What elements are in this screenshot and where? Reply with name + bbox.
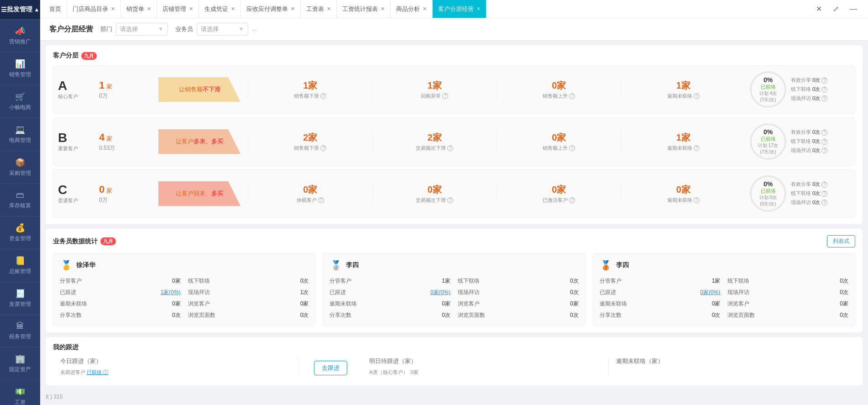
tier-contact-item-2-1: 线下联络 0次 ?	[791, 189, 850, 198]
tab-9[interactable]: 客户分层经营✕	[433, 0, 486, 18]
tier-stat-A-1[interactable]: 1家 回购异常 ?	[372, 79, 497, 100]
tab-close-2[interactable]: ✕	[147, 6, 151, 12]
info-icon-contact-1-1[interactable]: ?	[821, 139, 827, 145]
info-icon-contact-0-2[interactable]: ?	[821, 95, 827, 101]
info-icon-contact-0-0[interactable]: ?	[821, 78, 827, 84]
staff-stat-val-1-2[interactable]: 0家(0%)	[430, 289, 450, 296]
followup-today-link1[interactable]: 已联络 ⓘ	[87, 369, 108, 375]
tab-3[interactable]: 店铺管理✕	[157, 0, 199, 18]
tier-circle-freq-B: (7天/次)	[760, 149, 776, 155]
tier-circle-plan-A: 计划 4次	[759, 90, 777, 97]
info-icon-2-0[interactable]: ?	[318, 197, 324, 203]
sidebar-item-工资[interactable]: 💵工资	[0, 380, 40, 405]
info-icon-contact-2-1[interactable]: ?	[821, 191, 827, 197]
info-icon-contact-1-2[interactable]: ?	[821, 147, 827, 153]
tier-grid: A 核心客户 1 家 0万 让销售额不下滑 1家 销售额下滑 ? 1家 回购异常…	[53, 65, 855, 218]
sidebar-item-资金管理[interactable]: 💰资金管理	[0, 216, 40, 249]
tier-stat-A-3[interactable]: 1家 逾期未联络 ?	[621, 79, 746, 100]
tier-stat-B-2[interactable]: 0家 销售额上升 ?	[497, 131, 621, 152]
info-icon-0-0[interactable]: ?	[320, 93, 326, 99]
tier-stat-C-0[interactable]: 0家 休眠客户 ?	[248, 184, 372, 204]
info-icon-contact-0-1[interactable]: ?	[821, 87, 827, 93]
tab-5[interactable]: 应收应付调整单✕	[241, 0, 301, 18]
sidebar-item-小畅电商[interactable]: 🛒小畅电商	[0, 85, 40, 118]
sidebar-item-税务管理[interactable]: 🏛税务管理	[0, 315, 40, 347]
info-icon-1-2[interactable]: ?	[569, 145, 575, 151]
info-icon-0-2[interactable]: ?	[569, 93, 575, 99]
tab-close-all-button[interactable]: ✕	[812, 4, 826, 14]
list-view-button[interactable]: 列表式	[827, 235, 855, 247]
goto-followup-button[interactable]: 去跟进	[314, 361, 347, 375]
tab-7[interactable]: 工资统计报表✕	[337, 0, 391, 18]
sidebar-item-销售管理[interactable]: 📊销售管理	[0, 53, 40, 85]
staff-stat-label-2-5: 浏览客户	[727, 300, 749, 308]
dept-select[interactable]: 请选择 ▼	[116, 23, 168, 36]
sidebar-item-采购管理[interactable]: 📦采购管理	[0, 151, 40, 184]
info-icon-contact-2-2[interactable]: ?	[821, 200, 827, 205]
tab-close-4[interactable]: ✕	[231, 6, 235, 12]
tab-close-8[interactable]: ✕	[423, 6, 427, 12]
info-icon-2-3[interactable]: ?	[694, 197, 700, 203]
tab-8[interactable]: 商品分析✕	[391, 0, 433, 18]
tier-stat-num-A-1: 1家	[428, 79, 442, 92]
tier-stat-C-2[interactable]: 0家 已激活客户 ?	[497, 184, 621, 204]
tab-minimize-button[interactable]: —	[846, 4, 861, 14]
tier-stat-B-3[interactable]: 1家 逾期未联络 ?	[621, 131, 746, 152]
dept-placeholder: 请选择	[120, 26, 138, 32]
info-icon-2-2[interactable]: ?	[569, 197, 575, 203]
tab-close-3[interactable]: ✕	[189, 6, 193, 12]
tab-6[interactable]: 工资表✕	[301, 0, 337, 18]
tab-2[interactable]: 销货单✕	[121, 0, 157, 18]
tier-stat-num-A-3: 1家	[676, 79, 690, 92]
staff-stat-val-2-2[interactable]: 0家(0%)	[700, 289, 720, 296]
tier-contact-A: 有效分享 0次 ?线下联络 0次 ?现场拜访 0次 ?	[791, 76, 850, 103]
sidebar-item-固定资产[interactable]: 🏢固定资产	[0, 347, 40, 380]
tab-close-9[interactable]: ✕	[476, 6, 481, 12]
info-icon-contact-1-0[interactable]: ?	[821, 130, 827, 136]
staff-select[interactable]: 请选择 ▼	[197, 23, 249, 36]
sidebar-item-发票管理[interactable]: 🧾发票管理	[0, 282, 40, 315]
tab-close-6[interactable]: ✕	[327, 6, 331, 12]
tab-1[interactable]: 门店商品目录✕	[67, 0, 121, 18]
tier-stat-C-1[interactable]: 0家 交易频次下滑 ?	[372, 184, 497, 204]
tier-stat-num-C-3: 0家	[676, 184, 690, 196]
info-icon-2-1[interactable]: ?	[447, 197, 453, 203]
info-icon-1-0[interactable]: ?	[320, 145, 326, 151]
tab-close-5[interactable]: ✕	[291, 6, 295, 12]
tier-stat-B-0[interactable]: 2家 销售额下滑 ?	[248, 131, 372, 152]
tier-count-B: 4 家 0.53万	[94, 131, 158, 152]
sidebar-label-4: 采购管理	[9, 169, 31, 177]
tab-close-7[interactable]: ✕	[381, 6, 385, 12]
staff-stat-label-2-1: 线下联络	[727, 277, 749, 285]
staff-stat-val-1-5: 0家	[570, 300, 579, 308]
tab-close-1[interactable]: ✕	[111, 6, 115, 12]
info-icon-0-3[interactable]: ?	[694, 93, 700, 99]
info-icon-1-3[interactable]: ?	[694, 145, 700, 151]
info-icon-contact-2-0[interactable]: ?	[821, 182, 827, 188]
sidebar-item-总账管理[interactable]: 📒总账管理	[0, 249, 40, 282]
sidebar-item-营销推广[interactable]: 📣营销推广	[0, 20, 40, 53]
sidebar-item-库存核算[interactable]: 🗃库存核算	[0, 184, 40, 216]
info-icon-1-1[interactable]: ?	[447, 145, 453, 151]
more-options-button[interactable]: ···	[252, 26, 257, 33]
info-icon-0-1[interactable]: ?	[442, 93, 448, 99]
tab-maximize-button[interactable]: ⤢	[829, 4, 842, 14]
staff-badge-2: 🥉	[600, 259, 612, 272]
sidebar-top[interactable]: ☰ 批发管理 ▲	[0, 0, 40, 20]
followup-section-title: 我的跟进	[53, 343, 855, 352]
tier-stat-C-3[interactable]: 0家 逾期未联络 ?	[621, 184, 746, 204]
staff-section-title: 业务员数据统计 九月	[53, 237, 116, 246]
tier-circle-freq-A: (7天/次)	[760, 97, 776, 103]
staff-stat-val-0-2[interactable]: 1家(0%)	[161, 289, 181, 296]
staff-stat-val-0-4: 0家	[172, 300, 181, 308]
followup-today-item1: 未跟进客户 已联络 ⓘ	[60, 369, 292, 376]
sidebar-label-6: 资金管理	[9, 235, 31, 242]
tab-0[interactable]: 首页	[44, 0, 67, 18]
tier-stat-A-0[interactable]: 1家 销售额下滑 ?	[248, 79, 372, 100]
sidebar-label-10: 固定资产	[9, 366, 31, 373]
tier-stat-A-2[interactable]: 0家 销售额上升 ?	[497, 79, 621, 100]
tab-4[interactable]: 生成凭证✕	[199, 0, 241, 18]
tier-row-C: C 普通客户 0 家 0万 让客户回来、多买 0家 休眠客户 ? 0家 交易频次…	[53, 169, 855, 218]
sidebar-item-电商管理[interactable]: 💻电商管理	[0, 118, 40, 151]
tier-stat-B-1[interactable]: 2家 交易频次下滑 ?	[372, 131, 497, 152]
